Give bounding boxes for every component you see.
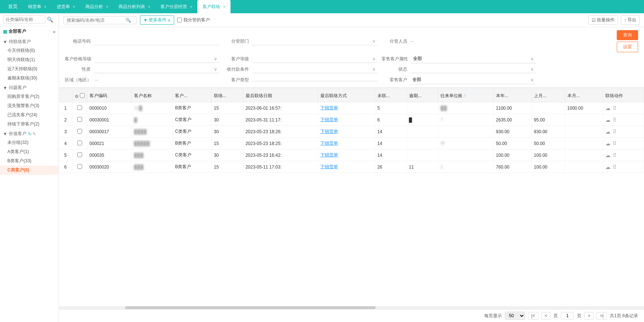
next-page-btn[interactable]: > xyxy=(584,312,594,319)
gender-label: 性质 xyxy=(65,66,91,72)
row-checkbox[interactable] xyxy=(77,105,82,110)
phone-input[interactable] xyxy=(94,38,219,45)
more-conditions-button[interactable]: ▼ 更多条件 ∧ xyxy=(140,15,174,25)
search-input[interactable] xyxy=(67,18,126,23)
col-name-header: 客户名称 xyxy=(132,90,173,102)
refresh-icon[interactable]: ↻ xyxy=(28,131,32,137)
edit-icon[interactable]: ✎ xyxy=(32,131,36,137)
sidebar-item-ungroup[interactable]: 未分组(32) xyxy=(0,138,59,147)
status-select[interactable]: ∨ xyxy=(410,66,536,73)
sidebar-search-icon[interactable]: 🔍 xyxy=(47,17,53,22)
filter-panel: 电话号码 分管部门 ∨ 分管人员 ··· 查询 设置 xyxy=(59,27,644,88)
last-method-link[interactable]: 下销货单 xyxy=(320,105,338,110)
nav-home[interactable]: 首页 xyxy=(3,0,23,13)
dept-select[interactable]: ∨ xyxy=(252,38,378,45)
contact-icon[interactable]: ☁ xyxy=(605,152,610,158)
sidebar-item-repurchase-abnormal[interactable]: 回购异常客户(2) xyxy=(0,92,59,101)
contact-icon[interactable]: ☁ xyxy=(605,141,610,146)
sidebar-item-b-class[interactable]: B类客户(33) xyxy=(0,156,59,166)
col-last-date-header: 最后联络日期 xyxy=(243,90,318,102)
sidebar-item-overdue[interactable]: 逾期未联络(30) xyxy=(0,74,59,83)
retail-customer-select[interactable]: 全部 ∨ xyxy=(410,75,536,84)
select-all-checkbox[interactable] xyxy=(80,93,85,98)
row-overdue xyxy=(407,126,438,138)
all-customers-title[interactable]: ▦ 全部客户 « xyxy=(0,26,59,37)
more-icon[interactable]: ⠿ xyxy=(613,129,616,135)
contact-icon[interactable]: ☁ xyxy=(605,129,610,135)
retail-attr-select[interactable]: 全部 ∨ xyxy=(411,54,536,63)
close-customer-tier-icon[interactable]: × xyxy=(190,4,192,9)
close-purchase-icon[interactable]: × xyxy=(73,4,75,9)
sidebar-item-churned[interactable]: 已流失客户(24) xyxy=(0,110,59,120)
row-checkbox[interactable] xyxy=(77,141,82,145)
export-button[interactable]: ↑ 导出 xyxy=(621,15,640,25)
prev-page-btn[interactable]: < xyxy=(541,312,550,319)
manager-dots[interactable]: ··· xyxy=(410,38,415,44)
page-input[interactable] xyxy=(561,312,574,319)
nav-product-list[interactable]: 商品分析列表 × xyxy=(113,0,155,13)
close-sales-icon[interactable]: × xyxy=(44,4,46,9)
nav-product-analysis[interactable]: 商品分析 × xyxy=(80,0,113,13)
sidebar-search-input[interactable] xyxy=(3,15,45,24)
nav-customer-tier[interactable]: 客户分层经营 × xyxy=(155,0,197,13)
dept-field: 分管部门 ∨ xyxy=(223,38,378,45)
sidebar-item-c-class[interactable]: C类客户(6) xyxy=(0,166,59,175)
close-customer-contact-icon[interactable]: × xyxy=(223,4,225,9)
first-page-btn[interactable]: |< xyxy=(528,312,538,319)
collapse-icon[interactable]: « xyxy=(53,29,56,35)
row-overdue xyxy=(407,102,438,114)
last-method-link[interactable]: 下销货单 xyxy=(320,141,338,146)
customer-grade-select[interactable]: ∨ xyxy=(252,55,378,63)
sidebar-item-churn-warning[interactable]: 流失预警客户(3) xyxy=(0,101,59,110)
my-customers-checkbox[interactable] xyxy=(177,18,182,22)
more-icon[interactable]: ⠿ xyxy=(613,117,616,123)
more-icon[interactable]: ⠿ xyxy=(613,152,616,158)
my-customers-checkbox-label[interactable]: 我分管的客户 xyxy=(177,17,210,23)
filter-row-3: 性质 ∨ 收付款条件 ∨ 状态 ∨ xyxy=(65,66,638,73)
last-method-link[interactable]: 下销货单 xyxy=(320,117,338,122)
contact-icon[interactable]: ☁ xyxy=(605,117,610,123)
sidebar-item-tomorrow[interactable]: 明天待联络(1) xyxy=(0,55,59,64)
last-page-btn[interactable]: >| xyxy=(597,312,607,319)
row-checkbox[interactable] xyxy=(77,129,82,134)
payment-select[interactable]: ∨ xyxy=(252,66,378,73)
customer-type-select[interactable] xyxy=(252,79,378,81)
problem-group-title[interactable]: ▼ 问题客户 xyxy=(0,83,59,92)
value-group-title[interactable]: ▼ 价值客户 ↻ ✎ xyxy=(0,129,59,138)
last-method-link[interactable]: 下销货单 xyxy=(320,164,338,169)
more-icon[interactable]: ⠿ xyxy=(613,105,616,111)
search-icon[interactable]: 🔍 xyxy=(126,18,131,23)
more-icon[interactable]: ⠿ xyxy=(613,141,616,146)
sidebar-item-today[interactable]: 今天待联络(0) xyxy=(0,46,59,55)
contact-icon[interactable]: ☁ xyxy=(605,164,610,170)
nav-customer-contact[interactable]: 客户联络 × xyxy=(197,0,230,13)
query-button[interactable]: 查询 xyxy=(617,30,638,40)
contact-icon[interactable]: ☁ xyxy=(605,105,610,111)
scrollbar-thumb[interactable] xyxy=(125,306,376,309)
col-code-header: 客户编码 xyxy=(87,90,131,102)
pending-group-title[interactable]: ▼ 待联络客户 xyxy=(0,37,59,46)
set-button[interactable]: 设置 xyxy=(617,42,638,52)
close-product-list-icon[interactable]: × xyxy=(148,4,150,9)
horizontal-scrollbar[interactable] xyxy=(59,306,644,309)
sidebar-item-a-class[interactable]: A类客户(1) xyxy=(0,147,59,156)
more-icon[interactable]: ⠿ xyxy=(613,164,616,170)
price-grade-select[interactable]: ∨ xyxy=(94,55,219,63)
last-method-link[interactable]: 下销货单 xyxy=(320,152,338,158)
settings-icon[interactable]: ⚙ xyxy=(75,94,79,99)
close-product-analysis-icon[interactable]: × xyxy=(106,4,108,9)
batch-operation-button[interactable]: ☑ 批量操作 xyxy=(588,15,618,25)
row-year-amount: 760.00 xyxy=(493,161,531,173)
sidebar-item-7days[interactable]: 近7天待联络(0) xyxy=(0,64,59,74)
row-checkbox-cell xyxy=(72,126,87,138)
nav-purchase[interactable]: 进货单 × xyxy=(52,0,80,13)
nav-sales[interactable]: 销货单 × xyxy=(23,0,52,13)
row-checkbox[interactable] xyxy=(77,117,82,122)
region-dots[interactable]: ··· xyxy=(94,77,99,83)
sidebar-item-declining[interactable]: 持续下滑客户(2) xyxy=(0,120,59,129)
gender-select[interactable]: ∨ xyxy=(94,66,219,73)
per-page-select[interactable]: 50 100 xyxy=(505,312,525,320)
row-checkbox[interactable] xyxy=(77,152,82,157)
last-method-link[interactable]: 下销货单 xyxy=(320,129,338,134)
row-checkbox[interactable] xyxy=(77,164,82,169)
